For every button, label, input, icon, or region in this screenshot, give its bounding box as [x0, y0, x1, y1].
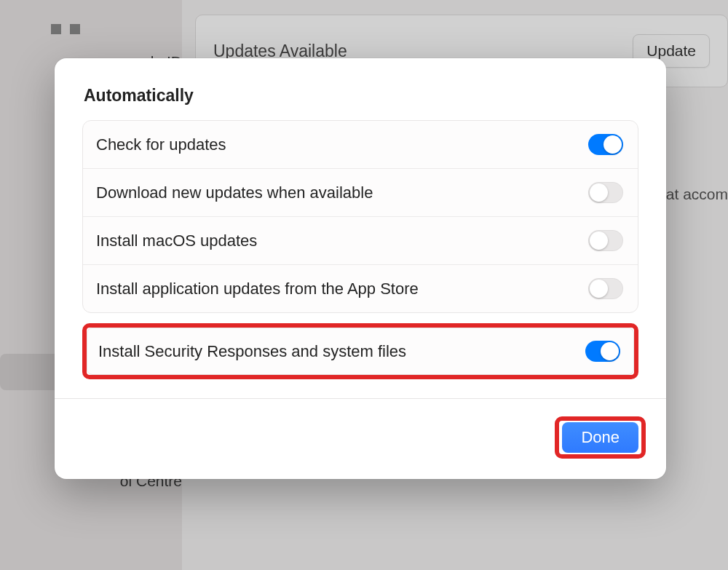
- option-label: Install application updates from the App…: [96, 280, 419, 298]
- toggle-check-for-updates[interactable]: [588, 134, 623, 155]
- options-group: Check for updates Download new updates w…: [82, 120, 638, 313]
- option-label: Install macOS updates: [96, 231, 257, 250]
- toggle-knob: [601, 342, 619, 360]
- option-install-security-responses: Install Security Responses and system fi…: [87, 328, 634, 375]
- option-label: Check for updates: [96, 135, 226, 154]
- dialog-footer: Done: [55, 398, 666, 479]
- toggle-install-security-responses[interactable]: [585, 341, 620, 362]
- option-check-for-updates: Check for updates: [83, 121, 638, 169]
- toggle-install-app-store-updates[interactable]: [588, 278, 623, 299]
- toggle-knob: [590, 183, 608, 202]
- done-button[interactable]: Done: [562, 422, 638, 453]
- toggle-install-macos-updates[interactable]: [588, 230, 623, 251]
- toggle-knob: [590, 280, 608, 298]
- highlight-security-responses: Install Security Responses and system fi…: [82, 323, 638, 379]
- toggle-knob: [590, 231, 608, 250]
- toggle-download-new-updates[interactable]: [588, 182, 623, 203]
- dialog-title: Automatically: [82, 86, 638, 106]
- option-label: Install Security Responses and system fi…: [98, 342, 406, 361]
- dialog-body: Automatically Check for updates Download…: [55, 58, 666, 398]
- option-label: Download new updates when available: [96, 183, 373, 202]
- toggle-knob: [604, 135, 622, 154]
- option-install-macos-updates: Install macOS updates: [83, 217, 638, 265]
- option-install-app-store-updates: Install application updates from the App…: [83, 265, 638, 312]
- automatic-updates-dialog: Automatically Check for updates Download…: [55, 58, 666, 479]
- highlight-done-button: Done: [555, 416, 646, 459]
- option-download-new-updates: Download new updates when available: [83, 169, 638, 217]
